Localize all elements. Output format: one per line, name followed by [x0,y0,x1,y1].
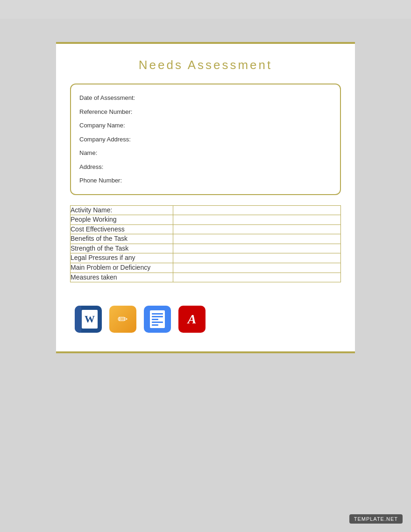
doc-line-1 [152,313,163,315]
acrobat-icon-button[interactable]: A [178,306,206,333]
document-container: Needs Assessment Date of Assessment: Ref… [56,42,355,353]
info-row-date: Date of Assessment: [79,91,332,105]
template-badge: TEMPLATE.NET [349,514,403,524]
row-label-strength: Strength of the Task [71,244,173,253]
row-value-problem[interactable] [173,263,341,273]
label-address: Address: [79,163,103,170]
table-row: Benefits of the Task [71,234,341,244]
row-value-cost[interactable] [173,224,341,234]
acrobat-symbol: A [188,312,197,327]
row-value-activity[interactable] [173,205,341,215]
row-label-cost: Cost Effectiveness [71,224,173,234]
pages-symbol: ✏ [118,312,128,327]
word-icon-button[interactable]: W [75,306,102,333]
table-row: Cost Effectiveness [71,224,341,234]
label-ref: Reference Number: [79,108,132,115]
info-row-company: Company Name: [79,119,332,133]
doc-line-4 [152,322,163,323]
info-row-ref: Reference Number: [79,105,332,119]
word-letter: W [85,313,95,325]
docs-icon-button[interactable] [144,306,171,333]
info-box: Date of Assessment: Reference Number: Co… [70,84,341,195]
label-date: Date of Assessment: [79,94,135,101]
table-row: Main Problem or Deficiency [71,263,341,273]
row-value-benefits[interactable] [173,234,341,244]
info-row-name: Name: [79,146,332,160]
doc-line-5 [152,324,158,326]
docs-symbol [150,310,165,328]
doc-line-2 [152,316,163,317]
footer-icons: W ✏ [75,306,341,333]
table-row: Measures taken [71,273,341,282]
info-row-company-address: Company Address: [79,133,332,147]
row-value-strength[interactable] [173,244,341,253]
row-label-measures: Measures taken [71,273,173,282]
label-company: Company Name: [79,122,125,129]
doc-line-3 [152,319,158,320]
row-label-activity: Activity Name: [71,205,173,215]
page-title: Needs Assessment [70,58,341,72]
row-label-problem: Main Problem or Deficiency [71,263,173,273]
info-row-phone: Phone Number: [79,174,332,188]
row-label-people: People Working [71,215,173,225]
table-row: Legal Pressures if any [71,253,341,263]
row-value-measures[interactable] [173,273,341,282]
label-company-address: Company Address: [79,136,131,143]
row-value-legal[interactable] [173,253,341,263]
info-row-address: Address: [79,160,332,174]
label-name: Name: [79,149,97,156]
row-label-benefits: Benefits of the Task [71,234,173,244]
assessment-table: Activity Name: People Working Cost Effec… [70,205,341,283]
row-label-legal: Legal Pressures if any [71,253,173,263]
pages-icon-button[interactable]: ✏ [109,306,136,333]
table-row: People Working [71,215,341,225]
table-row: Strength of the Task [71,244,341,253]
label-phone: Phone Number: [79,177,122,184]
table-row: Activity Name: [71,205,341,215]
row-value-people[interactable] [173,215,341,225]
